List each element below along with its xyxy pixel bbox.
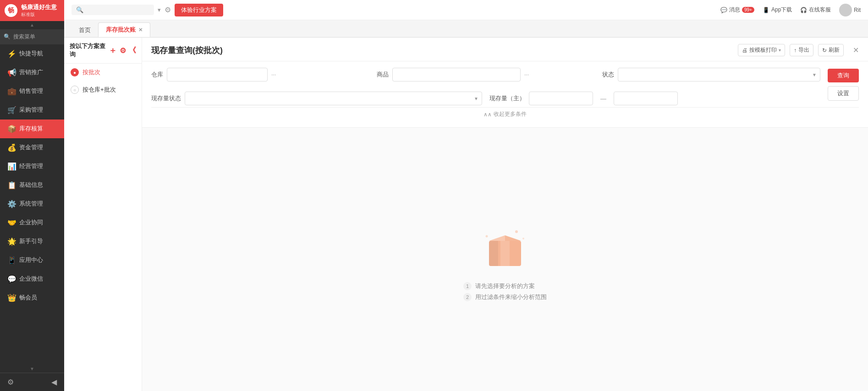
- sidebar-item-newbie[interactable]: 🌟 新手引导: [0, 232, 64, 251]
- collapse-panel-icon[interactable]: 《: [129, 46, 136, 55]
- filter-warehouse: 仓库 ···: [151, 68, 369, 81]
- scheme-inactive-dot: ○: [71, 86, 79, 94]
- search-icon: 🔍: [4, 33, 11, 40]
- settings-button[interactable]: 设置: [828, 86, 859, 101]
- product-label: 商品: [377, 71, 389, 79]
- sales-icon: 💼: [7, 87, 16, 96]
- stock-status-select[interactable]: [185, 92, 482, 105]
- brand-name: 畅康通好生意: [21, 4, 57, 11]
- sidebar-scroll-down[interactable]: ▼: [0, 364, 64, 373]
- topbar-search-box[interactable]: 🔍: [71, 5, 154, 15]
- stock-qty-label: 现存量（主）: [489, 94, 525, 103]
- product-input[interactable]: [392, 68, 521, 81]
- sidebar-item-label: 销售管理: [19, 87, 43, 95]
- add-scheme-icon[interactable]: ＋: [109, 45, 117, 56]
- newbie-icon: 🌟: [7, 237, 16, 246]
- search-menu-item[interactable]: 🔍 搜索菜单: [0, 29, 64, 44]
- topbar-dropdown-icon[interactable]: ▾: [158, 6, 161, 13]
- stock-qty-to-input[interactable]: [614, 92, 678, 105]
- page-title: 现存量查询(按批次): [151, 45, 223, 56]
- refresh-button[interactable]: ↻ 刷新: [818, 44, 844, 56]
- sidebar-item-members[interactable]: 👑 畅会员: [0, 288, 64, 307]
- avatar: [839, 4, 852, 16]
- status-select[interactable]: [618, 68, 820, 81]
- sidebar-item-label: 营销推广: [19, 68, 43, 76]
- empty-illustration: [478, 218, 533, 273]
- status-select-wrapper: ▼: [618, 68, 820, 81]
- svg-rect-3: [489, 241, 498, 266]
- scheme-active-dot: ●: [71, 68, 79, 76]
- sidebar-item-enterprise[interactable]: 🤝 企业协同: [0, 213, 64, 232]
- side-panel-header: 按以下方案查询 ＋ ⚙ 《: [64, 38, 142, 64]
- sidebar-item-marketing[interactable]: 📢 营销推广: [0, 63, 64, 82]
- page-actions: 🖨 按模板打印 ▾ ↑ 导出 ↻ 刷新 ✕: [738, 44, 859, 56]
- sidebar-item-wechat[interactable]: 💬 企业微信: [0, 270, 64, 288]
- filter-row-1: 仓库 ··· 商品 ··· 状态: [151, 68, 820, 81]
- page-close-icon[interactable]: ✕: [853, 46, 859, 54]
- print-dropdown-icon[interactable]: ▾: [779, 48, 781, 53]
- warehouse-input[interactable]: [167, 68, 268, 81]
- sidebar-item-finance[interactable]: 💰 资金管理: [0, 138, 64, 157]
- side-panel-title: 按以下方案查询: [70, 42, 109, 59]
- export-icon: ↑: [794, 47, 797, 54]
- tab-close-icon[interactable]: ✕: [138, 27, 143, 33]
- side-panel: 按以下方案查询 ＋ ⚙ 《 ● 按批次 ○ 按仓库+批次: [64, 38, 142, 391]
- tip-text-2: 用过滤条件来缩小分析范围: [475, 293, 547, 301]
- online-service-button[interactable]: 🎧 在线客服: [800, 6, 831, 14]
- enterprise-icon: 🤝: [7, 218, 16, 227]
- status-label: 状态: [602, 71, 614, 79]
- product-dots-icon[interactable]: ···: [524, 71, 529, 78]
- sidebar-item-sales[interactable]: 💼 销售管理: [0, 82, 64, 101]
- side-panel-actions: ＋ ⚙ 《: [109, 45, 136, 56]
- sidebar-item-quick-nav[interactable]: ⚡ 快捷导航: [0, 44, 64, 63]
- sidebar-item-base[interactable]: 📋 基础信息: [0, 176, 64, 195]
- trial-button[interactable]: 体验行业方案: [175, 4, 223, 16]
- tab-batch-account[interactable]: 库存批次账 ✕: [98, 22, 150, 37]
- query-button[interactable]: 查询: [828, 69, 859, 82]
- app-download-label: App下载: [771, 6, 792, 14]
- sidebar-item-apps[interactable]: 📱 应用中心: [0, 251, 64, 270]
- user-name: Rit: [854, 7, 861, 13]
- search-icon: 🔍: [76, 6, 83, 13]
- warehouse-dots-icon[interactable]: ···: [271, 71, 276, 78]
- scheme-item-batch[interactable]: ● 按批次: [64, 64, 142, 81]
- filter-area: 仓库 ··· 商品 ··· 状态: [142, 61, 868, 128]
- topbar-settings-icon[interactable]: ⚙: [165, 5, 171, 14]
- stock-qty-from-input[interactable]: [529, 92, 593, 105]
- purchase-icon: 🛒: [7, 106, 16, 114]
- app-download-button[interactable]: 📱 App下载: [763, 6, 792, 14]
- sidebar-item-label: 经营管理: [19, 162, 43, 170]
- settings-icon[interactable]: ⚙: [7, 378, 14, 386]
- sidebar-scroll-up[interactable]: ▲: [0, 21, 64, 29]
- finance-icon: 💰: [7, 143, 16, 152]
- filter-product: 商品 ···: [377, 68, 595, 81]
- brand-logo: 畅: [5, 4, 17, 17]
- collapse-sidebar-icon[interactable]: ◀: [51, 378, 57, 386]
- messages-label: 消息: [729, 6, 740, 14]
- refresh-icon: ↻: [822, 47, 827, 54]
- scheme-batch-label: 按批次: [82, 68, 100, 76]
- sidebar-item-label: 库存核算: [19, 125, 43, 133]
- settings-scheme-icon[interactable]: ⚙: [120, 46, 126, 55]
- sidebar-item-inventory[interactable]: 📦 库存核算: [0, 119, 64, 138]
- user-profile[interactable]: Rit: [839, 4, 861, 16]
- sidebar-footer: ⚙ ◀: [0, 373, 64, 391]
- apps-icon: 📱: [7, 256, 16, 265]
- sidebar-item-purchase[interactable]: 🛒 采购管理: [0, 101, 64, 119]
- messages-badge: 99+: [742, 7, 754, 13]
- sidebar-item-operations[interactable]: 📊 经营管理: [0, 157, 64, 176]
- sidebar-item-label: 应用中心: [19, 256, 43, 264]
- messages-button[interactable]: 💬 消息 99+: [720, 6, 754, 14]
- topbar: 🔍 ▾ ⚙ 体验行业方案 💬 消息 99+ 📱 App下载 🎧 在线客服: [64, 0, 868, 20]
- tip-num-2: 2: [463, 293, 472, 301]
- print-button[interactable]: 🖨 按模板打印 ▾: [738, 44, 785, 56]
- scheme-item-warehouse-batch[interactable]: ○ 按仓库+批次: [64, 81, 142, 98]
- export-button[interactable]: ↑ 导出: [790, 44, 813, 56]
- topbar-search-input[interactable]: [86, 7, 141, 13]
- tabbar: 首页 库存批次账 ✕: [64, 20, 868, 38]
- collapse-filter-button[interactable]: ∧∧ 收起更多条件: [151, 107, 859, 121]
- tab-home[interactable]: 首页: [71, 23, 98, 37]
- export-label: 导出: [798, 46, 809, 54]
- inventory-icon: 📦: [7, 125, 16, 133]
- sidebar-item-system[interactable]: ⚙️ 系统管理: [0, 195, 64, 213]
